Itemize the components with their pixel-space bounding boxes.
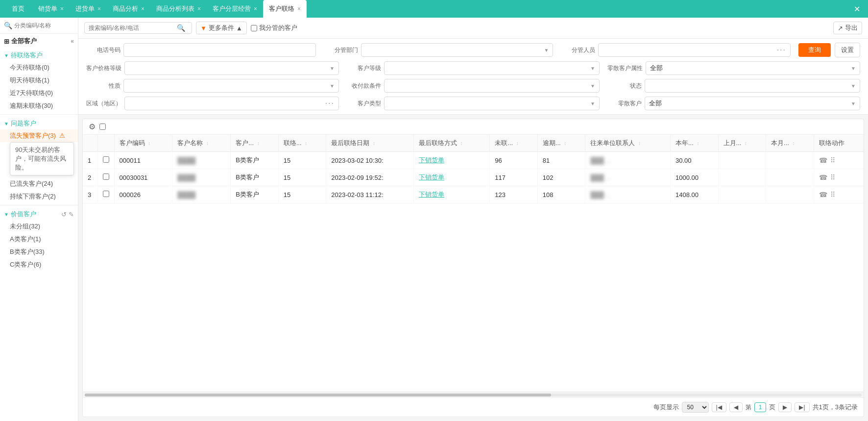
filter-manager: 分管人员 ··· [561, 43, 791, 57]
filter-price-level-select[interactable]: ▼ [124, 61, 339, 75]
sidebar-search-input[interactable] [14, 22, 78, 29]
sidebar-collapse-icon[interactable]: « [71, 38, 74, 45]
cell-checkbox[interactable] [97, 186, 114, 203]
cell-checkbox[interactable] [97, 169, 114, 186]
col-contacts-person[interactable]: 往来单位联系人 ↕ [585, 135, 671, 152]
horizontal-scrollbar[interactable] [83, 392, 864, 397]
col-uncontacted[interactable]: 未联... ↕ [490, 135, 538, 152]
page-first-btn[interactable]: |◀ [712, 402, 726, 412]
sidebar-item-churned[interactable]: 已流失客户(24) [0, 177, 78, 190]
tab-purchase[interactable]: 进货单 × [70, 0, 107, 18]
page-size-select[interactable]: 50 100 [682, 402, 709, 413]
refresh-icon[interactable]: ↺ [61, 211, 67, 218]
col-last-contact-method[interactable]: 最后联络方式 ↕ [413, 135, 489, 152]
contact-icon[interactable]: ☎ [819, 156, 827, 164]
tab-customer-contact[interactable]: 客户联络 × [263, 0, 307, 18]
filter-manager-more[interactable]: ··· [777, 46, 786, 54]
col-this-year[interactable]: 本年... ↕ [670, 135, 718, 152]
filter-phone-input[interactable] [123, 43, 316, 57]
search-icon-btn[interactable]: 🔍 [177, 24, 185, 32]
scrollbar-track[interactable] [85, 394, 862, 396]
sidebar-item-class-a[interactable]: A类客户(1) [0, 233, 78, 246]
sidebar-group-value[interactable]: ▼ 价值客户 ↺ ✎ [0, 207, 78, 220]
col-last-month[interactable]: 上月... ↕ [718, 135, 766, 152]
query-btn[interactable]: 查询 [798, 43, 831, 57]
arrow-down-icon-2: ▼ [4, 121, 9, 126]
more-action-icon[interactable]: ⠿ [830, 191, 835, 198]
sidebar-item-today-pending[interactable]: 今天待联络(0) [0, 61, 78, 74]
sidebar-item-tomorrow-pending[interactable]: 明天待联络(1) [0, 74, 78, 87]
filter-scattered-select[interactable]: 全部 ▼ [645, 97, 860, 110]
sidebar-group-pending[interactable]: ▼ 待联络客户 [0, 49, 78, 61]
sidebar-item-ungrouped[interactable]: 未分组(32) [0, 220, 78, 233]
sidebar-all-customers[interactable]: ⊞ 全部客户 « [0, 34, 78, 49]
col-last-contact-date[interactable]: 最后联络日期 ↕ [326, 135, 414, 152]
cell-checkbox[interactable] [97, 152, 114, 169]
select-all-checkbox[interactable] [99, 124, 106, 130]
contact-icon[interactable]: ☎ [819, 191, 827, 198]
filter-region-select[interactable]: ··· [124, 97, 339, 110]
tab-sales-close[interactable]: × [60, 5, 64, 12]
page-next-btn[interactable]: ▶ [778, 402, 792, 412]
filter-region-more[interactable]: ··· [325, 99, 335, 108]
tab-home[interactable]: 首页 [4, 0, 32, 18]
sidebar-item-declining[interactable]: 持续下滑客户(2) [0, 190, 78, 203]
cell-no: 2 [83, 169, 97, 186]
filter-payment-select[interactable]: ▼ [384, 79, 600, 93]
cell-actions[interactable]: ☎⠿ [814, 152, 864, 169]
more-conditions-btn[interactable]: ▼ 更多条件 ▲ [196, 22, 247, 34]
col-overdue[interactable]: 逾期... ↕ [537, 135, 585, 152]
export-btn[interactable]: ↗ 导出 [833, 22, 862, 34]
filter-customer-type-select[interactable]: ▼ [384, 97, 600, 110]
tab-sales[interactable]: 销货单 × [32, 0, 70, 18]
tab-customer-tier-close[interactable]: × [254, 5, 257, 12]
tab-analysis-list-close[interactable]: × [197, 5, 201, 12]
sidebar-group-problem[interactable]: ▼ 问题客户 [0, 117, 78, 129]
page-last-btn[interactable]: ▶| [795, 402, 809, 412]
cell-last-contact-method[interactable]: 下销货单 [413, 152, 489, 169]
window-close-icon[interactable]: ✕ [850, 4, 864, 14]
tab-customer-tier[interactable]: 客户分层经营 × [207, 0, 263, 18]
page-prev-btn[interactable]: ◀ [729, 402, 743, 412]
sidebar-item-overdue-contact[interactable]: 逾期未联络(30) [0, 99, 78, 112]
more-action-icon[interactable]: ⠿ [830, 173, 835, 181]
sidebar-divider-2 [0, 205, 78, 205]
filter-nature-select[interactable]: ▼ [123, 79, 339, 93]
my-customers-checkbox[interactable] [251, 25, 257, 31]
sidebar-item-class-c[interactable]: C类客户(6) [0, 258, 78, 271]
tab-analysis-list[interactable]: 商品分析列表 × [150, 0, 207, 18]
filter-row-4: 区域（地区） ··· 客户类型 ▼ 零散客户 全部 [86, 97, 860, 110]
cell-last-contact-date: 2023-03-02 10:30: [326, 152, 414, 169]
table-settings-icon[interactable]: ⚙ [89, 122, 96, 131]
filter-status-select[interactable]: ▼ [645, 79, 860, 93]
more-action-icon[interactable]: ⠿ [830, 156, 835, 164]
sidebar-search-icon: 🔍 [4, 22, 12, 29]
filter-customer-level-select[interactable]: ▼ [384, 61, 600, 75]
filter-manager-select[interactable]: ··· [598, 43, 791, 57]
search-input[interactable] [89, 25, 177, 31]
sidebar-item-churn-warning[interactable]: 流失预警客户(3) ⚠ [0, 129, 78, 142]
edit-icon[interactable]: ✎ [69, 211, 74, 218]
cell-last-contact-method[interactable]: 下销货单 [413, 186, 489, 203]
cell-actions[interactable]: ☎⠿ [814, 186, 864, 203]
tab-analysis-close[interactable]: × [141, 5, 145, 12]
col-code[interactable]: 客户编码 ↕ [114, 135, 172, 152]
col-name[interactable]: 客户名称 ↕ [172, 135, 231, 152]
my-customers-checkbox-wrap[interactable]: 我分管的客户 [251, 24, 297, 32]
search-input-wrap[interactable]: 🔍 [84, 22, 192, 34]
sidebar-item-7days-pending[interactable]: 近7天待联络(0) [0, 87, 78, 99]
filter-scattered-attr-select[interactable]: 全部 ▼ [646, 61, 860, 75]
contact-icon[interactable]: ☎ [819, 173, 827, 181]
col-this-month[interactable]: 本月... ↕ [766, 135, 814, 152]
scrollbar-thumb[interactable] [85, 394, 551, 396]
col-contact[interactable]: 联络... ↕ [278, 135, 326, 152]
tab-purchase-close[interactable]: × [97, 5, 101, 12]
col-type[interactable]: 客户... ↕ [231, 135, 279, 152]
sidebar-item-class-b[interactable]: B类客户(33) [0, 246, 78, 258]
filter-dept-select[interactable]: ▼ [361, 43, 554, 57]
settings-btn[interactable]: 设置 [835, 43, 860, 57]
tab-analysis[interactable]: 商品分析 × [107, 0, 150, 18]
cell-actions[interactable]: ☎⠿ [814, 169, 864, 186]
tab-customer-contact-close[interactable]: × [297, 5, 301, 12]
cell-last-contact-method[interactable]: 下销货单 [413, 169, 489, 186]
